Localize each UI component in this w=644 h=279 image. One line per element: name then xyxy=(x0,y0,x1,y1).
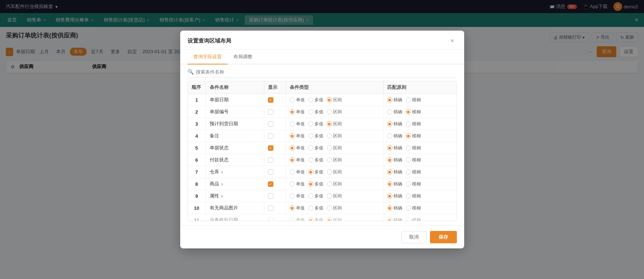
tab-query-fields[interactable]: 查询字段设置 xyxy=(187,50,228,64)
dialog-header: 设置查询区域布局 × xyxy=(180,31,464,50)
dialog-tabs: 查询字段设置 布局调整 xyxy=(180,50,464,64)
dialog-close-btn[interactable]: × xyxy=(448,36,457,45)
tab-layout-adjust[interactable]: 布局调整 xyxy=(228,50,258,64)
dialog-body: 🔍 顺序 条件名称 显示 条件类型 匹配原则 1 单据日期 xyxy=(180,64,464,78)
search-icon: 🔍 xyxy=(187,69,194,75)
modal-overlay: 设置查询区域布局 × 查询字段设置 布局调整 🔍 顺序 条件名称 xyxy=(0,0,644,78)
dialog-title: 设置查询区域布局 xyxy=(187,38,231,44)
dialog: 设置查询区域布局 × 查询字段设置 布局调整 🔍 顺序 条件名称 xyxy=(180,31,464,78)
search-box: 🔍 xyxy=(187,69,457,78)
search-input[interactable] xyxy=(196,69,261,75)
